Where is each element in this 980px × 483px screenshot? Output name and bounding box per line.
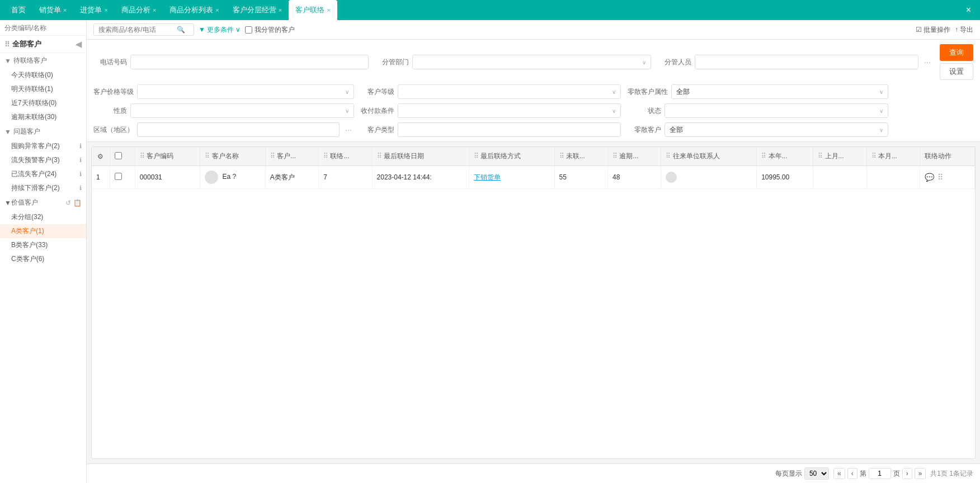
filter-row-3: 性质 ∨ 收付款条件 ∨ 状态 — [93, 103, 973, 118]
row-last-method[interactable]: 下销货单 — [469, 166, 554, 189]
row-type: A类客户 — [265, 166, 318, 189]
export-button[interactable]: ↑ 导出 — [955, 25, 973, 35]
footer-prev-page[interactable]: ‹ — [847, 468, 858, 479]
toolbar-search-input[interactable] — [98, 26, 177, 34]
filter-region-dots[interactable]: ··· — [343, 125, 354, 134]
sidebar-group-value[interactable]: ▼ 价值客户 ↺ 📋 — [0, 195, 86, 210]
footer-last-page[interactable]: » — [915, 468, 926, 479]
sidebar-value-settings-icon[interactable]: 📋 — [73, 199, 82, 207]
filter-nature-select[interactable]: ∨ — [130, 103, 354, 118]
sidebar-item-ungroup[interactable]: 未分组(32) — [0, 210, 86, 224]
nav-purchase-close[interactable]: × — [104, 7, 107, 13]
sidebar-value-refresh-icon[interactable]: ↺ — [65, 199, 71, 207]
sidebar-item-b-class[interactable]: B类客户(33) — [0, 238, 86, 252]
filter-customer-grade-select[interactable]: ∨ — [398, 84, 621, 99]
th-last-month: ⠿ 上月... — [813, 147, 866, 166]
filter-status-select[interactable]: ∨ — [665, 103, 888, 118]
sidebar-item-today[interactable]: 今天待联络(0) — [0, 68, 86, 82]
footer-first-page[interactable]: « — [833, 468, 845, 479]
nav-sales[interactable]: 销货单 × — [32, 0, 73, 20]
col-sort-icon-4: ⠿ — [323, 152, 328, 160]
filter-icon: ▼ — [199, 26, 205, 34]
row-overdue: 48 — [608, 166, 661, 189]
row-checkbox[interactable] — [110, 166, 135, 189]
nav-analysis-list-close[interactable]: × — [215, 7, 219, 13]
nav-customer-tier-close[interactable]: × — [279, 7, 282, 13]
query-button[interactable]: 查询 — [940, 44, 973, 61]
my-customers-checkbox-container: 我分管的客户 — [245, 25, 295, 35]
row-code: 000031 — [135, 166, 200, 189]
th-checkbox[interactable] — [110, 147, 135, 166]
settings-button[interactable]: 设置 — [940, 63, 973, 80]
row-action-more[interactable]: ⠿ — [937, 173, 943, 182]
table-row: 1 000031 Ea ? A类客户 7 2023-04-12 14:44: 下… — [92, 166, 975, 189]
filter-price-grade-label: 客户价格等级 — [93, 87, 134, 97]
customer-avatar — [205, 171, 218, 184]
filter-scatter-attr-select[interactable]: 全部 ∨ — [671, 84, 888, 99]
row-select-checkbox[interactable] — [115, 173, 122, 180]
filter-person-input[interactable] — [695, 55, 919, 69]
filter-nature-chevron: ∨ — [345, 108, 349, 114]
sidebar-collapse-icon[interactable]: ◀ — [76, 40, 82, 49]
sidebar-item-a-class[interactable]: A类客户(1) — [0, 224, 86, 238]
system-close-button[interactable]: × — [962, 5, 976, 15]
sidebar-item-abnormal[interactable]: 囤购异常客户(2) ℹ — [0, 139, 86, 153]
nav-analysis-list[interactable]: 商品分析列表 × — [163, 0, 225, 20]
sidebar-group-pending[interactable]: ▼ 待联络客户 — [0, 53, 86, 68]
filter-price-grade-select[interactable]: ∨ — [137, 84, 354, 99]
filter-nature: 性质 ∨ — [93, 103, 354, 118]
sidebar-item-overdue[interactable]: 逾期未联络(30) — [0, 110, 86, 124]
filter-person-dots[interactable]: ··· — [922, 58, 933, 67]
batch-operations-button[interactable]: ☑ 批量操作 — [916, 25, 950, 35]
sidebar-grid-icon: ⠿ — [4, 40, 10, 49]
nav-customer-contact-close[interactable]: × — [327, 7, 330, 13]
nav-analysis-close[interactable]: × — [153, 7, 156, 13]
filter-scatter-select[interactable]: 全部 ∨ — [665, 122, 888, 137]
filter-phone: 电话号码 — [93, 55, 369, 69]
nav-analysis[interactable]: 商品分析 × — [115, 0, 163, 20]
th-settings[interactable]: ⚙ — [92, 147, 110, 166]
customer-table: ⚙ ⠿ 客户编码 ⠿ 客户名称 ⠿ 客户... — [92, 147, 975, 189]
filter-person: 分管人员 ··· — [658, 55, 933, 69]
filter-scatter-label: 零散客户 — [628, 125, 661, 135]
nav-sales-close[interactable]: × — [63, 7, 67, 13]
sidebar-item-tomorrow[interactable]: 明天待联络(1) — [0, 82, 86, 96]
my-customers-checkbox[interactable] — [245, 26, 252, 34]
col-sort-icon-12: ⠿ — [871, 152, 877, 160]
nav-customer-tier[interactable]: 客户分层经营 × — [226, 0, 289, 20]
more-filter-button[interactable]: ▼ 更多条件 ∨ — [199, 25, 241, 35]
sidebar-item-declining[interactable]: 持续下滑客户(2) ℹ — [0, 181, 86, 195]
content-area: 🔍 ▼ 更多条件 ∨ 我分管的客户 ☑ 批量操作 ↑ 导出 — [87, 20, 980, 483]
toolbar-search-icon[interactable]: 🔍 — [177, 26, 185, 34]
nav-purchase[interactable]: 进货单 × — [73, 0, 114, 20]
row-action-chat[interactable]: 💬 — [925, 173, 934, 182]
filter-payment-select[interactable]: ∨ — [398, 103, 621, 118]
nav-home[interactable]: 首页 — [4, 0, 32, 20]
footer-page-input[interactable] — [869, 468, 891, 479]
filter-region-input[interactable] — [137, 122, 340, 137]
filter-customer-type-input[interactable] — [398, 122, 621, 137]
footer-next-page[interactable]: › — [902, 468, 912, 479]
filter-phone-input[interactable] — [130, 55, 369, 69]
filter-dept-select[interactable]: ∨ — [412, 55, 651, 69]
sidebar-search-input[interactable] — [4, 24, 87, 32]
row-name: Ea ? — [200, 166, 266, 189]
sidebar-item-lost[interactable]: 已流失客户(24) ℹ — [0, 167, 86, 181]
th-last-method: ⠿ 最后联络方式 — [469, 147, 554, 166]
filter-customer-type-label: 客户类型 — [361, 125, 394, 135]
footer-page-size-select[interactable]: 50 — [804, 467, 829, 480]
filter-person-label: 分管人员 — [658, 58, 691, 67]
sidebar-group-pending-arrow: ▼ — [4, 57, 11, 65]
filter-payment-chevron: ∨ — [612, 108, 616, 114]
sidebar-group-problem[interactable]: ▼ 问题客户 — [0, 124, 86, 139]
filter-dept-chevron: ∨ — [642, 59, 646, 65]
select-all-checkbox[interactable] — [115, 152, 122, 159]
filter-row-4: 区域（地区） ··· 客户类型 零散客户 全部 ∨ — [93, 122, 973, 137]
row-action-buttons: 💬 ⠿ — [920, 166, 975, 189]
nav-customer-contact[interactable]: 客户联络 × — [289, 0, 337, 20]
sidebar-item-losswarning[interactable]: 流失预警客户(3) ℹ — [0, 153, 86, 167]
row-actions-container: 💬 ⠿ — [925, 173, 970, 182]
filter-scatter-chevron: ∨ — [879, 127, 883, 133]
sidebar-item-7days[interactable]: 近7天待联络(0) — [0, 96, 86, 110]
sidebar-item-c-class[interactable]: C类客户(6) — [0, 252, 86, 266]
